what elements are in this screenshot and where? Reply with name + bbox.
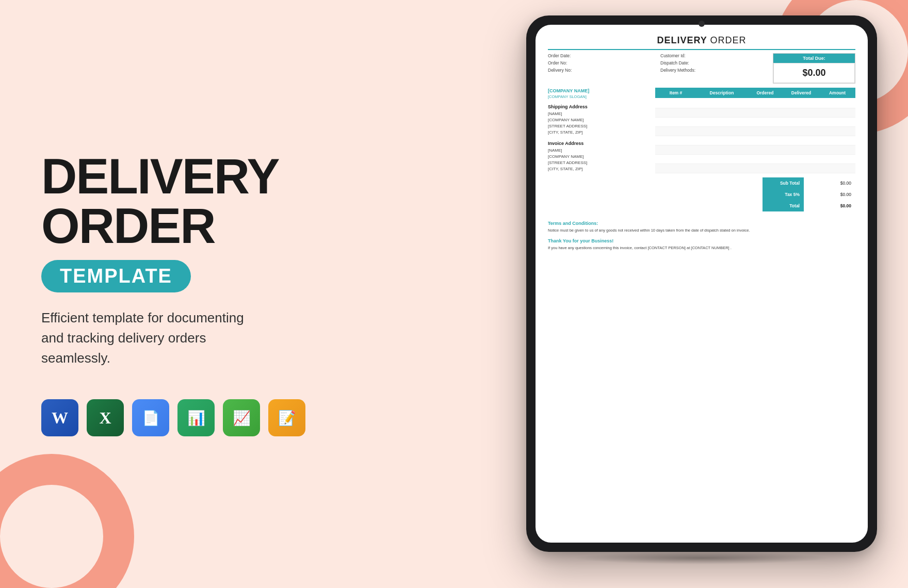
app-icon-pages: 📝 [268,399,305,436]
order-date-label: Order Date: [548,53,571,58]
table-row [655,127,855,136]
invoice-title: Invoice Address [548,141,651,146]
app-icon-word: W [41,399,78,436]
customer-id-field: Customer Id: [660,53,773,58]
dispatch-date-label: Dispatch Date: [660,60,689,66]
app-icon-docs: 📄 [132,399,169,436]
th-ordered: Ordered [747,90,783,95]
delivery-no-field: Delivery No: [548,68,660,73]
meta-section: Order Date: Order No: Delivery No: Custo… [548,53,855,84]
th-amount: Amount [819,90,855,95]
table-row [655,164,855,173]
company-name: [COMPANY NAME] [548,88,651,94]
tax-label: Tax 5% [763,189,804,200]
right-table: Item # Description Ordered Delivered Amo… [655,88,855,217]
shipping-city: [CITY, STATE, ZIP] [548,129,651,136]
totals-table: Sub Total $0.00 Tax 5% $0.00 Total $0.00 [763,177,855,211]
app-icon-sheets: 📊 [177,399,215,436]
thank-you-section: Thank You for your Business! If you have… [548,238,855,251]
doc-title-row: DELIVERY ORDER [548,35,855,50]
total-due-value: $0.00 [773,63,855,83]
th-description: Description [696,90,747,95]
total-due-header: Total Due: [773,54,855,63]
title-line2: ORDER [41,201,310,251]
table-row [655,136,855,145]
content-split: [COMPANY NAME] [COMPANY SLOGAN] Shipping… [548,88,855,217]
tax-row: Tax 5% $0.00 [763,189,855,200]
dispatch-date-field: Dispatch Date: [660,60,773,66]
description-text: Efficient template for documenting and t… [41,308,258,368]
order-no-label: Order No: [548,60,567,66]
total-value: $0.00 [804,202,855,209]
terms-title: Terms and Conditions: [548,221,855,226]
app-icon-excel: X [87,399,124,436]
title-bold: DELIVERY [657,35,707,45]
th-item: Item # [655,90,696,95]
invoice-city: [CITY, STATE, ZIP] [548,166,651,172]
order-no-field: Order No: [548,60,660,66]
delivery-no-label: Delivery No: [548,68,572,73]
tablet-outer: DELIVERY ORDER Order Date: Order No: [526,15,877,552]
app-icons-row: W X 📄 📊 📈 📝 [41,399,310,436]
subtotal-label: Sub Total [763,177,804,189]
terms-section: Terms and Conditions: Notice must be giv… [548,221,855,233]
company-slogan: [COMPANY SLOGAN] [548,94,651,99]
thank-you-text: If you have any questions concerning thi… [548,245,855,251]
invoice-street: [STREET ADDRESS] [548,160,651,166]
shipping-name: [NAME] [548,111,651,117]
tablet-shadow [573,552,831,564]
subtotal-value: $0.00 [804,179,855,187]
badge-label: TEMPLATE [60,265,172,287]
invoice-name: [NAME] [548,148,651,154]
app-icon-numbers: 📈 [223,399,260,436]
total-due-box: Total Due: $0.00 [773,53,855,84]
terms-text: Notice must be given to us of any goods … [548,227,855,233]
title-line1: DELIVERY [41,152,310,201]
subtotal-row: Sub Total $0.00 [763,177,855,189]
thank-you-title: Thank You for your Business! [548,238,855,243]
table-row [655,99,855,108]
document: DELIVERY ORDER Order Date: Order No: [536,25,868,543]
totals-section: Sub Total $0.00 Tax 5% $0.00 Total $0.00 [655,177,855,211]
table-rows [655,99,855,173]
left-panel: DELIVERY ORDER TEMPLATE Efficient templa… [41,0,310,588]
table-row [655,155,855,164]
tax-value: $0.00 [804,191,855,198]
doc-title: DELIVERY ORDER [548,35,855,46]
table-row [655,118,855,127]
table-row [655,145,855,155]
order-date-field: Order Date: [548,53,660,58]
invoice-company: [COMPANY NAME] [548,154,651,160]
main-title: DELIVERY ORDER [41,152,310,251]
customer-id-label: Customer Id: [660,53,686,58]
th-delivered: Delivered [783,90,819,95]
shipping-company: [COMPANY NAME] [548,117,651,123]
title-light: ORDER [710,35,747,45]
tablet-screen: DELIVERY ORDER Order Date: Order No: [536,25,868,543]
template-badge: TEMPLATE [41,260,191,292]
total-row: Total $0.00 [763,200,855,211]
table-header: Item # Description Ordered Delivered Amo… [655,88,855,98]
shipping-street: [STREET ADDRESS] [548,123,651,129]
meta-col-mid: Customer Id: Dispatch Date: Delivery Met… [660,53,773,84]
table-row [655,108,855,118]
delivery-methods-field: Delivery Methods: [660,68,773,73]
delivery-methods-label: Delivery Methods: [660,68,695,73]
shipping-title: Shipping Address [548,104,651,109]
tablet-device: DELIVERY ORDER Order Date: Order No: [526,15,877,573]
meta-col-left: Order Date: Order No: Delivery No: [548,53,660,84]
total-label: Total [763,200,804,211]
left-info: [COMPANY NAME] [COMPANY SLOGAN] Shipping… [548,88,651,217]
